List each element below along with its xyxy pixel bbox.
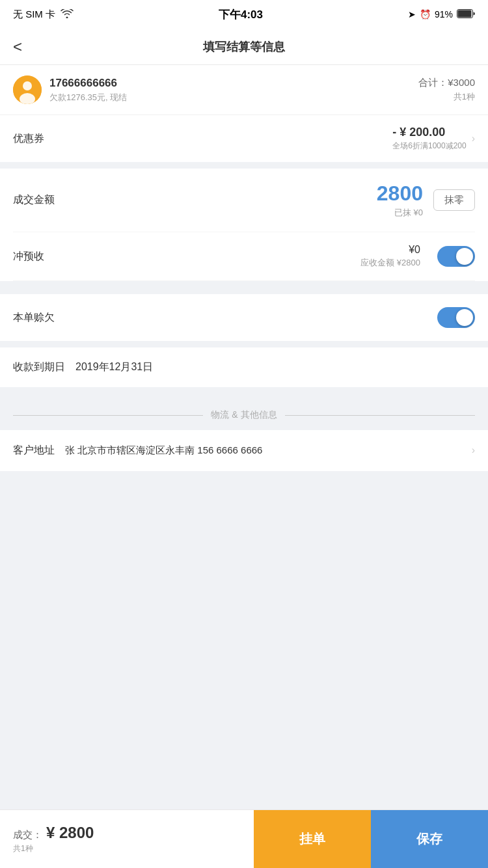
summary-count: 共1种	[13, 843, 241, 854]
customer-coupon-card: 17666666666 欠款1276.35元, 现结 合计：¥3000 共1种 …	[0, 65, 488, 162]
save-button[interactable]: 保存	[371, 810, 488, 869]
svg-rect-1	[457, 10, 471, 17]
coupon-row[interactable]: 优惠券 - ¥ 200.00 全场6折满1000减200 ›	[0, 115, 488, 162]
total-count: 共1种	[418, 91, 475, 103]
deal-amount-col: 2800 已抹 ¥0	[377, 182, 423, 219]
customer-debt: 欠款1276.35元, 现结	[49, 92, 127, 103]
due-date-row: 收款到期日 2019年12月31日	[0, 347, 488, 387]
round-button[interactable]: 抹零	[433, 189, 475, 211]
status-left: 无 SIM 卡	[13, 8, 74, 21]
prepay-sub: 应收金额 ¥2800	[360, 257, 420, 269]
summary-row: 成交： ¥ 2800	[13, 824, 241, 842]
content: 17666666666 欠款1276.35元, 现结 合计：¥3000 共1种 …	[0, 65, 488, 536]
deal-amount-row: 成交金额 2800 已抹 ¥0 抹零	[13, 169, 475, 232]
prepay-values: ¥0 应收金额 ¥2800	[360, 244, 420, 269]
prepay-row: 冲预收 ¥0 应收金额 ¥2800	[13, 232, 475, 281]
prepay-label: 冲预收	[13, 250, 44, 264]
total-label: 合计：¥3000	[418, 77, 475, 89]
hold-button[interactable]: 挂单	[254, 810, 371, 869]
back-icon: <	[13, 38, 22, 55]
customer-left: 17666666666 欠款1276.35元, 现结	[13, 75, 127, 104]
amount-section: 成交金额 2800 已抹 ¥0 抹零 冲预收 ¥0 应收金额 ¥2800	[0, 169, 488, 281]
battery-icon	[457, 9, 475, 20]
deal-right: 2800 已抹 ¥0 抹零	[377, 182, 475, 219]
deal-value: 2800	[377, 182, 423, 206]
address-value: 张 北京市市辖区海淀区永丰南 156 6666 6666	[65, 443, 467, 458]
customer-info: 17666666666 欠款1276.35元, 现结	[49, 77, 127, 103]
avatar	[13, 75, 42, 104]
due-label: 收款到期日	[13, 360, 65, 374]
summary-label: 成交：	[13, 829, 42, 841]
svg-point-3	[23, 81, 32, 90]
prepay-value: ¥0	[360, 244, 420, 256]
back-button[interactable]: <	[13, 38, 22, 56]
prepay-right: ¥0 应收金额 ¥2800	[360, 244, 475, 269]
wifi-icon	[61, 9, 74, 20]
divider-line-right	[285, 415, 475, 416]
chevron-right-icon: ›	[472, 133, 475, 144]
debt-label: 本单赊欠	[13, 311, 55, 325]
location-icon: ➤	[408, 9, 416, 20]
toggle-knob	[456, 248, 473, 265]
debt-toggle-knob	[456, 309, 473, 326]
debt-row: 本单赊欠	[0, 294, 488, 341]
coupon-label: 优惠券	[13, 132, 44, 146]
status-time: 下午4:03	[219, 7, 263, 22]
page-title: 填写结算等信息	[203, 39, 285, 55]
separator-2	[0, 394, 488, 400]
customer-phone: 17666666666	[49, 77, 127, 90]
due-value: 2019年12月31日	[75, 360, 153, 374]
deal-label: 成交金额	[13, 193, 55, 207]
separator-1	[0, 288, 488, 294]
alarm-icon: ⏰	[420, 9, 431, 20]
coupon-info: - ¥ 200.00 全场6折满1000减200	[392, 126, 466, 152]
section-divider: 物流 & 其他信息	[0, 400, 488, 430]
divider-line-left	[13, 415, 203, 416]
deal-sub: 已抹 ¥0	[377, 207, 423, 219]
customer-total: 合计：¥3000 共1种	[418, 77, 475, 103]
address-label: 客户地址	[13, 444, 55, 457]
summary-amount: ¥ 2800	[46, 824, 94, 842]
status-right: ➤ ⏰ 91%	[408, 9, 475, 20]
battery-text: 91%	[435, 9, 453, 20]
status-bar: 无 SIM 卡 下午4:03 ➤ ⏰ 91%	[0, 0, 488, 29]
customer-row: 17666666666 欠款1276.35元, 现结 合计：¥3000 共1种	[0, 65, 488, 115]
no-sim-text: 无 SIM 卡	[13, 8, 55, 21]
coupon-right: - ¥ 200.00 全场6折满1000减200 ›	[392, 126, 475, 152]
address-chevron-icon: ›	[472, 444, 475, 456]
debt-toggle[interactable]	[437, 307, 475, 328]
divider-text: 物流 & 其他信息	[211, 409, 277, 421]
address-row[interactable]: 客户地址 张 北京市市辖区海淀区永丰南 156 6666 6666 ›	[0, 430, 488, 471]
coupon-discount: - ¥ 200.00	[392, 126, 466, 139]
prepay-toggle[interactable]	[437, 246, 475, 267]
coupon-detail: 全场6折满1000减200	[392, 141, 466, 152]
bottom-summary: 成交： ¥ 2800 共1种	[0, 824, 254, 854]
bottom-bar: 成交： ¥ 2800 共1种 挂单 保存	[0, 809, 488, 868]
nav-bar: < 填写结算等信息	[0, 29, 488, 65]
